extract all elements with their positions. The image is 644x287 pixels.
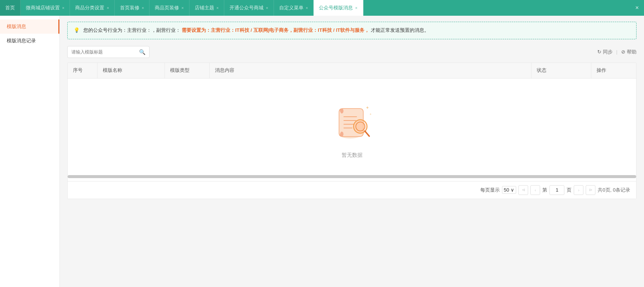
toolbar-divider: | — [616, 49, 617, 55]
close-icon[interactable]: × — [266, 6, 268, 10]
di-label: 第 — [542, 187, 547, 193]
notice-suffix: 才能正常发送预置的消息。 — [371, 27, 429, 33]
nav-tab-open-mall[interactable]: 开通公众号商城 × — [224, 0, 274, 16]
total-info: 共0页, 0条记录 — [598, 187, 630, 193]
close-icon[interactable]: × — [62, 6, 64, 10]
table-header-name: 模版名称 — [98, 63, 165, 78]
close-icon[interactable]: × — [216, 6, 219, 10]
close-icon[interactable]: × — [306, 6, 308, 10]
search-area: 🔍 — [67, 46, 150, 58]
last-page-button[interactable]: ⊳ — [586, 185, 595, 195]
scrollbar-thumb[interactable] — [68, 175, 636, 178]
empty-illustration: ✦ ✦ — [330, 101, 375, 146]
table-header-status: 状态 — [531, 63, 591, 78]
page-unit: 页 — [567, 187, 571, 193]
nav-tab-template-msg[interactable]: 公众号模版消息 × — [314, 0, 363, 16]
sidebar-item-template-msg[interactable]: 模版消息 — [0, 19, 59, 34]
notice-prefix: 您的公众号行业为：主营行业：，副营行业： — [83, 27, 181, 33]
close-icon[interactable]: × — [181, 6, 184, 10]
pagination-bar: 每页显示 50 ∨ ⊲ ‹ 第 页 › ⊳ 共0页, 0条记录 — [68, 181, 636, 199]
nav-tab-template-msg-label: 公众号模版消息 — [319, 4, 353, 11]
nav-tab-shop-theme[interactable]: 店铺主题 × — [189, 0, 224, 16]
search-button[interactable]: 🔍 — [135, 49, 149, 55]
search-icon: 🔍 — [139, 49, 145, 55]
notice-highlight: 需要设置为：主营行业：IT科技 / 互联网|电子商务，副营行业：IT科技 / I… — [182, 27, 369, 33]
data-table: 序号 模版名称 模版类型 消息内容 状态 操作 — [67, 62, 637, 199]
table-header: 序号 模版名称 模版类型 消息内容 状态 操作 — [68, 63, 636, 79]
nav-tab-shop-theme-label: 店铺主题 — [195, 4, 214, 11]
nav-tab-custom-menu[interactable]: 自定义菜单 × — [274, 0, 314, 16]
sync-button[interactable]: ↻ 同步 — [597, 49, 613, 55]
notice-box: 💡 您的公众号行业为：主营行业：，副营行业： 需要设置为：主营行业：IT科技 /… — [67, 22, 637, 39]
column-label: 模版名称 — [103, 67, 122, 74]
nav-tab-wechat-shop[interactable]: 微商城店铺设置 × — [21, 0, 70, 16]
sidebar-item-label: 模版消息 — [7, 24, 26, 29]
nav-tab-product-category[interactable]: 商品分类设置 × — [70, 0, 114, 16]
close-icon[interactable]: × — [355, 6, 357, 10]
svg-text:✦: ✦ — [366, 105, 369, 110]
column-label: 状态 — [537, 67, 546, 74]
table-header-action: 操作 — [591, 63, 636, 78]
table-header-index: 序号 — [68, 63, 98, 78]
svg-text:✦: ✦ — [369, 113, 372, 116]
sidebar-item-label: 模版消息记录 — [7, 38, 36, 43]
nav-tab-home-decoration[interactable]: 首页装修 × — [115, 0, 150, 16]
nav-tab-product-decoration[interactable]: 商品页装修 × — [150, 0, 189, 16]
nav-tab-wechat-shop-label: 微商城店铺设置 — [26, 4, 60, 11]
toolbar: 🔍 ↻ 同步 | ⊘ 帮助 — [67, 46, 637, 58]
table-header-type: 模版类型 — [165, 63, 210, 78]
sidebar: 模版消息 模版消息记录 — [0, 16, 60, 287]
help-label: 帮助 — [627, 49, 637, 55]
empty-state: ✦ ✦ 暂无数据 — [68, 79, 636, 174]
first-page-button[interactable]: ⊲ — [518, 185, 528, 195]
column-label: 序号 — [73, 67, 83, 74]
sidebar-item-template-msg-record[interactable]: 模版消息记录 — [0, 34, 59, 48]
nav-tab-open-mall-label: 开通公众号商城 — [229, 4, 264, 11]
nav-tab-home-decoration-label: 首页装修 — [120, 4, 139, 11]
nav-tab-home[interactable]: 首页 — [0, 0, 21, 16]
table-header-content: 消息内容 — [210, 63, 531, 78]
pagination-right: 每页显示 50 ∨ ⊲ ‹ 第 页 › ⊳ 共0页, 0条记录 — [480, 185, 630, 195]
nav-tab-product-category-label: 商品分类设置 — [75, 4, 104, 11]
notice-icon: 💡 — [74, 27, 80, 33]
column-label: 模版类型 — [170, 67, 189, 74]
close-icon[interactable]: × — [142, 6, 144, 10]
help-button[interactable]: ⊘ 帮助 — [621, 49, 637, 55]
top-nav: 首页 微商城店铺设置 × 商品分类设置 × 首页装修 × 商品页装修 × 店铺主… — [0, 0, 644, 16]
svg-line-7 — [365, 131, 369, 136]
close-all-icon: × — [635, 4, 639, 11]
next-page-button[interactable]: › — [574, 185, 583, 195]
column-label: 操作 — [597, 67, 606, 74]
sync-icon: ↻ — [597, 49, 601, 55]
svg-point-6 — [356, 122, 365, 131]
nav-tab-product-decoration-label: 商品页装修 — [155, 4, 179, 11]
main-layout: 模版消息 模版消息记录 💡 您的公众号行业为：主营行业：，副营行业： 需要设置为… — [0, 16, 644, 287]
close-icon[interactable]: × — [107, 6, 109, 10]
close-all-button[interactable]: × — [630, 0, 644, 16]
help-icon: ⊘ — [621, 49, 625, 55]
prev-page-button[interactable]: ‹ — [530, 185, 540, 195]
toolbar-right: ↻ 同步 | ⊘ 帮助 — [597, 49, 637, 55]
nav-tab-home-label: 首页 — [5, 4, 15, 11]
column-label: 消息内容 — [215, 67, 234, 74]
page-input[interactable] — [549, 185, 564, 195]
scrollbar-track[interactable] — [68, 175, 636, 178]
content-area: 💡 您的公众号行业为：主营行业：，副营行业： 需要设置为：主营行业：IT科技 /… — [60, 16, 644, 287]
chevron-down-icon: ∨ — [511, 187, 514, 193]
search-input[interactable] — [68, 49, 135, 55]
nav-tab-custom-menu-label: 自定义菜单 — [279, 4, 303, 11]
sync-label: 同步 — [603, 49, 613, 55]
page-size-select[interactable]: 50 ∨ — [502, 186, 516, 194]
page-size-value: 50 — [504, 187, 509, 193]
page-size-label: 每页显示 — [480, 187, 500, 193]
empty-text: 暂无数据 — [342, 152, 363, 159]
